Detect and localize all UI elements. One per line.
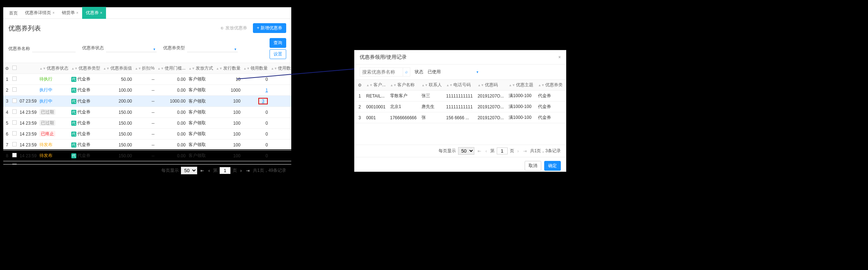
row-checkbox[interactable] xyxy=(12,87,17,92)
next-page-icon[interactable]: › xyxy=(516,149,520,154)
gear-icon[interactable]: ⚙ xyxy=(358,83,362,88)
tab-sales-label: 销货单 xyxy=(62,10,75,15)
close-icon[interactable]: × xyxy=(76,11,79,15)
type-badge-icon: 代 xyxy=(71,121,76,126)
sort-icon[interactable]: ▲▼ xyxy=(390,84,397,86)
row-checkbox[interactable] xyxy=(12,131,17,136)
sort-icon[interactable]: ▲▼ xyxy=(478,84,484,86)
status-badge: 已过期 xyxy=(39,120,55,126)
col-face: 优惠券面值 xyxy=(110,66,132,71)
claimed-link[interactable]: 1 xyxy=(266,88,268,93)
claimed-link[interactable]: 3 xyxy=(262,99,264,104)
search-icon[interactable]: ⌕ xyxy=(403,67,410,76)
col-status: 优惠券状态 xyxy=(47,66,68,71)
sort-icon[interactable]: ▲▼ xyxy=(446,84,453,86)
table-row[interactable]: 7 14 23:59 待发布 代代金券 150.00 -- 0.00 客户领取 … xyxy=(3,140,291,150)
table-row[interactable]: 1 RETAIL... 零散客户 张三 11111111111 20191207… xyxy=(355,91,566,101)
page-title: 优惠券列表 xyxy=(8,24,41,33)
sort-icon[interactable]: ▲▼ xyxy=(422,84,428,86)
table-row[interactable]: 4 14 23:59 已过期 代代金券 150.00 -- 0.00 客户领取 … xyxy=(3,107,291,118)
issue-coupon-button[interactable]: ⊕ 发放优惠券 xyxy=(217,24,250,33)
prev-page-icon[interactable]: ‹ xyxy=(207,168,211,173)
per-label: 每页显示 xyxy=(439,148,456,154)
row-checkbox[interactable] xyxy=(12,76,17,81)
last-page-icon[interactable]: ⇥ xyxy=(245,168,251,173)
per-select[interactable]: 50 xyxy=(181,167,197,174)
table-row[interactable]: 5 14 23:59 已过期 代代金券 150.00 -- 0.00 客户领取 … xyxy=(3,118,291,129)
close-icon[interactable]: × xyxy=(558,55,561,60)
name-filter-label: 优惠券名称 xyxy=(8,46,30,51)
select-all-checkbox[interactable] xyxy=(12,66,17,70)
annotation-arrow xyxy=(237,68,367,88)
settings-button[interactable]: 设置 xyxy=(270,49,286,59)
sort-icon[interactable]: ▲▼ xyxy=(366,84,373,86)
col-type: 优惠券类型 xyxy=(79,66,100,71)
sort-icon[interactable]: ▲▼ xyxy=(135,68,141,69)
status-select[interactable]: 已使用▾ xyxy=(428,69,478,75)
cancel-button[interactable]: 取消 xyxy=(525,161,541,171)
table-row[interactable]: 6 14 23:59 已终止 代代金券 150.00 -- 0.00 客户领取 … xyxy=(3,129,291,140)
page-label-l: 第 xyxy=(490,148,495,154)
sort-icon[interactable]: ▲▼ xyxy=(189,68,195,69)
search-button[interactable]: 查询 xyxy=(270,38,286,48)
sort-icon[interactable]: ▲▼ xyxy=(509,84,515,86)
col-contact: 联系人 xyxy=(429,82,442,87)
row-checkbox[interactable] xyxy=(12,142,17,146)
row-checkbox[interactable] xyxy=(12,120,17,125)
tab-sales[interactable]: 销货单× xyxy=(58,7,82,19)
page-input[interactable] xyxy=(497,148,508,154)
sort-icon[interactable]: ▲▼ xyxy=(103,68,110,69)
tab-detail-label: 优惠券详情页 xyxy=(25,10,51,15)
status-select[interactable]: ▾ xyxy=(106,46,157,52)
table-row[interactable]: 3 0001 17666666666 张 156 6666 ... 201912… xyxy=(355,112,566,123)
page-label-l: 第 xyxy=(213,167,217,174)
table-row[interactable]: 2 00010001 北京1 唐先生 11111111111 20191207O… xyxy=(355,101,566,112)
col-phone: 电话号码 xyxy=(453,82,471,87)
sort-icon[interactable]: ▲▼ xyxy=(157,68,164,69)
row-checkbox[interactable] xyxy=(12,164,17,164)
tab-home[interactable]: 首页 xyxy=(5,7,21,19)
add-coupon-button[interactable]: + 新增优惠券 xyxy=(253,23,286,33)
sort-icon[interactable]: ▲▼ xyxy=(538,84,545,86)
chevron-down-icon: ▾ xyxy=(477,70,478,74)
row-checkbox[interactable] xyxy=(12,153,17,157)
row-checkbox[interactable] xyxy=(12,109,17,114)
row-checkbox[interactable] xyxy=(12,99,17,103)
type-badge-icon: 代 xyxy=(71,153,76,158)
tab-detail[interactable]: 优惠券详情页× xyxy=(21,7,58,19)
close-icon[interactable]: × xyxy=(52,11,55,15)
per-label: 每页显示 xyxy=(161,167,179,174)
first-page-icon[interactable]: ⇤ xyxy=(477,149,482,154)
sort-icon[interactable]: ▲▼ xyxy=(216,68,223,69)
next-page-icon[interactable]: › xyxy=(239,168,243,173)
sort-icon[interactable]: ▲▼ xyxy=(39,68,46,69)
ok-button[interactable]: 确定 xyxy=(544,161,561,171)
table-row[interactable]: 8 14 23:59 待发布 代代金券 150.00 -- 0.00 客户领取 … xyxy=(3,150,291,161)
type-select[interactable]: ▾ xyxy=(187,46,238,52)
last-page-icon[interactable]: ⇥ xyxy=(522,149,528,154)
table-row[interactable]: 9 14 23:59 待发布 代代金券 150.00 -- 0.00 客户领取 … xyxy=(3,161,291,165)
search-input[interactable] xyxy=(360,67,403,76)
status-badge: 执行中 xyxy=(39,99,52,104)
type-badge-icon: 代 xyxy=(71,110,76,115)
dialog-title: 优惠券领用/使用记录 xyxy=(360,54,407,61)
status-value: 已使用 xyxy=(428,69,441,75)
col-threshold: 使用门槛... xyxy=(165,66,186,71)
per-select[interactable]: 50 xyxy=(458,147,474,155)
prev-page-icon[interactable]: ‹ xyxy=(484,149,488,154)
svg-line-0 xyxy=(237,68,364,79)
page-label-r: 页 xyxy=(233,167,237,174)
sort-icon[interactable]: ▲▼ xyxy=(71,68,78,69)
pager-total: 共1页，3条记录 xyxy=(530,148,561,154)
gear-icon[interactable]: ⚙ xyxy=(5,66,9,71)
dialog-filter: ⌕ 状态 已使用▾ xyxy=(355,65,566,79)
first-page-icon[interactable]: ⇤ xyxy=(199,168,205,173)
type-badge-icon: 代 xyxy=(71,88,76,93)
name-input[interactable] xyxy=(32,45,76,52)
pager-total: 共1页，49条记录 xyxy=(253,167,286,174)
page-input[interactable] xyxy=(220,167,230,174)
tab-coupon[interactable]: 优惠券× xyxy=(82,7,106,19)
filter-bar: 优惠券名称 优惠券状态▾ 优惠券类型▾ 查询 设置 xyxy=(3,36,291,63)
close-icon[interactable]: × xyxy=(100,11,102,15)
table-row[interactable]: 3 07 23:59 执行中 代代金券 200.00 -- 1000.00 客户… xyxy=(3,96,291,107)
